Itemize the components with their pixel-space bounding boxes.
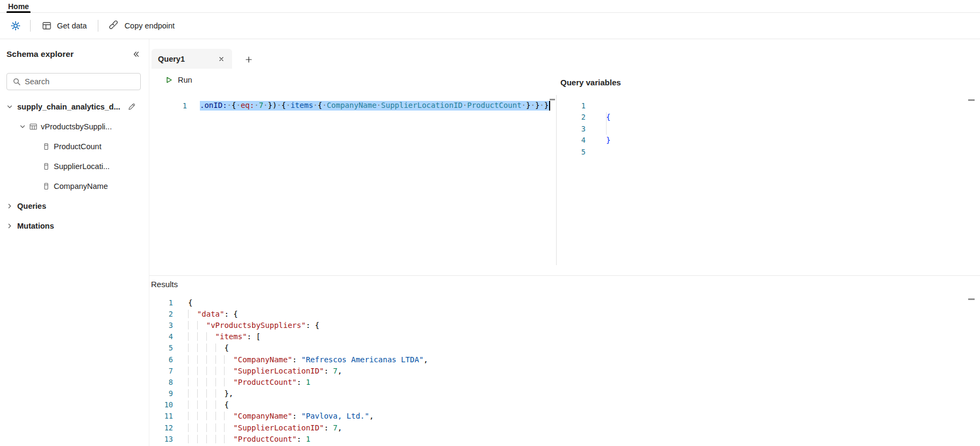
results-viewer[interactable]: 1{2 "data": {3 "vProductsbySuppliers": {…: [149, 297, 969, 444]
plus-icon: [244, 55, 253, 64]
indent-guide: [188, 343, 197, 352]
line-content: "ProductCount": 1: [188, 435, 311, 443]
indent-guide: [224, 412, 233, 420]
results-code-line[interactable]: 10 {: [149, 399, 969, 411]
indent-guide: [215, 423, 225, 432]
code-token: ·: [227, 101, 232, 109]
close-icon[interactable]: [217, 55, 226, 63]
results-code-line[interactable]: 3 "vProductsbySuppliers": {: [149, 319, 969, 331]
tree-item-supply-chain-analytics-d[interactable]: supply_chain_analytics_d...: [0, 97, 149, 116]
results-overview-marker: [968, 298, 975, 300]
results-code-line[interactable]: 4 "items": [: [149, 331, 969, 342]
run-button[interactable]: Run: [164, 74, 192, 86]
line-content: {: [188, 343, 229, 352]
get-data-button[interactable]: Get data: [36, 17, 92, 35]
code-token: :: [324, 423, 333, 432]
code-token: 1: [306, 378, 310, 386]
indent-guide: [206, 389, 215, 398]
line-content: "vProductsbySuppliers": {: [188, 321, 319, 330]
pane-divider[interactable]: [556, 95, 557, 265]
app-window: Home Get data Copy endpoint Schema explo…: [0, 0, 980, 446]
search-box[interactable]: [6, 73, 141, 90]
copy-endpoint-button[interactable]: Copy endpoint: [104, 17, 181, 35]
indent-guide: [206, 400, 215, 409]
code-token: {: [282, 101, 286, 109]
schema-explorer-panel: Schema explorer supply_chain_analytics_d…: [0, 39, 149, 446]
variables-code-line[interactable]: 3: [568, 123, 610, 135]
tree-item-companyname[interactable]: CompanyName: [0, 176, 149, 196]
tree-item-supplierlocati[interactable]: SupplierLocati...: [0, 156, 149, 176]
chevron-spacer: [32, 142, 41, 151]
code-token: ·: [530, 101, 535, 109]
indent-guide: [188, 412, 197, 420]
indent-guide: [197, 412, 206, 420]
variables-code-line[interactable]: 5: [568, 146, 610, 158]
indent-guide: [188, 310, 197, 318]
line-content: "items": [: [188, 332, 261, 341]
indent-guide: [197, 332, 206, 341]
variables-code-line[interactable]: 2{: [568, 112, 610, 123]
code-token: "CompanyName": [233, 355, 292, 364]
tree-item-mutations[interactable]: Mutations: [0, 216, 149, 236]
indent-guide: [215, 389, 225, 398]
chevron-down-icon[interactable]: [6, 103, 15, 111]
results-code-line[interactable]: 6 "CompanyName": "Refrescos Americanas L…: [149, 354, 969, 365]
indent-guide: [197, 400, 206, 409]
results-code-line[interactable]: 7 "SupplierLocationID": 7,: [149, 365, 969, 376]
code-token: ·: [263, 101, 268, 109]
results-panel: Results 1{2 "data": {3 "vProductsbySuppl…: [149, 275, 980, 446]
code-token: "CompanyName": [233, 412, 292, 420]
indent-guide: [206, 355, 215, 364]
edit-pencil-icon[interactable]: [127, 103, 136, 111]
line-content: },: [188, 389, 233, 398]
code-token: 7: [333, 367, 337, 375]
indent-guide: [215, 400, 225, 409]
results-code-line[interactable]: 11 "CompanyName": "Pavlova, Ltd.",: [149, 411, 969, 422]
indent-guide: [206, 332, 215, 341]
results-code-line[interactable]: 9 },: [149, 388, 969, 399]
line-number: 3: [568, 125, 586, 133]
code-token: }: [544, 101, 549, 109]
tree-item-productcount[interactable]: ProductCount: [0, 136, 149, 156]
code-token: "data": [197, 310, 225, 318]
chevron-down-icon[interactable]: [19, 122, 28, 131]
indent-guide: [197, 435, 206, 443]
variables-code-line[interactable]: 1: [568, 100, 610, 112]
results-code-line[interactable]: 1{: [149, 297, 969, 308]
indent-guide: [224, 378, 233, 386]
results-code-line[interactable]: 13 "ProductCount": 1: [149, 433, 969, 444]
code-token: "vProductsbySuppliers": [206, 321, 306, 330]
editor-code-line[interactable]: 1.onID:·{·eq:·7·})·{·items·{·CompanyName…: [149, 100, 556, 112]
line-number: 4: [149, 332, 173, 341]
settings-button[interactable]: [6, 17, 25, 35]
chevron-right-icon[interactable]: [6, 222, 15, 230]
code-token: 1: [306, 435, 310, 443]
new-tab-button[interactable]: [242, 53, 256, 67]
query-tab[interactable]: Query1: [152, 49, 232, 69]
results-code-line[interactable]: 8 "ProductCount": 1: [149, 376, 969, 387]
line-number: 5: [149, 343, 173, 352]
results-code-line[interactable]: 5 {: [149, 342, 969, 354]
query-editor[interactable]: 1.onID:·{·eq:·7·})·{·items·{·CompanyName…: [149, 100, 556, 112]
search-input[interactable]: [25, 77, 138, 86]
schema-explorer-title: Schema explorer: [6, 49, 74, 59]
chevron-right-icon[interactable]: [6, 202, 15, 210]
variables-code-line[interactable]: 4}: [568, 135, 610, 147]
indent-guide: [188, 378, 197, 386]
indent-guide: [188, 355, 197, 364]
code-token: :: [324, 367, 333, 375]
tab-home[interactable]: Home: [6, 0, 31, 12]
indent-guide: [224, 423, 233, 432]
query-variables-editor[interactable]: 12{34}5: [568, 100, 610, 158]
tree-item-vproductsbysuppli[interactable]: vProductsbySuppli...: [0, 116, 149, 136]
code-token: :: [224, 310, 233, 318]
line-content: .onID:·{·eq:·7·})·{·items·{·CompanyName·…: [200, 101, 550, 111]
tree-item-queries[interactable]: Queries: [0, 196, 149, 216]
collapse-panel-button[interactable]: [131, 49, 141, 60]
code-token: CompanyName: [327, 101, 377, 109]
indent-guide: [215, 367, 225, 375]
results-code-line[interactable]: 12 "SupplierLocationID": 7,: [149, 422, 969, 433]
indent-guide: [606, 112, 607, 135]
results-code-line[interactable]: 2 "data": {: [149, 308, 969, 319]
indent-guide: [224, 367, 233, 375]
